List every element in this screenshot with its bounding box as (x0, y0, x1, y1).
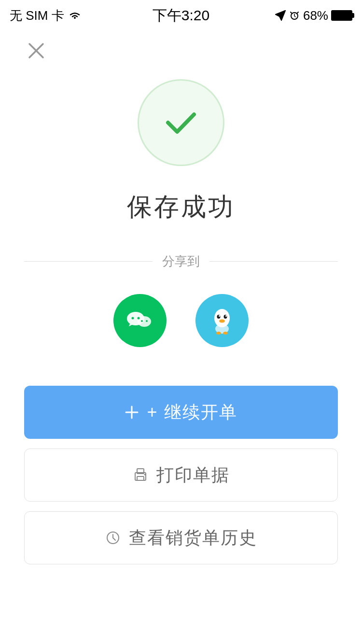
check-icon (159, 101, 203, 144)
battery-icon (331, 10, 352, 21)
qq-share-button[interactable] (195, 294, 249, 347)
no-sim-text: 无 SIM 卡 (10, 7, 64, 24)
close-button[interactable] (24, 39, 48, 63)
print-icon (132, 467, 149, 483)
wechat-share-button[interactable] (113, 294, 167, 347)
svg-point-17 (223, 332, 228, 335)
divider-line-left (24, 261, 153, 262)
share-label: 分享到 (162, 253, 200, 270)
wifi-icon (68, 10, 82, 21)
status-right: 68% (275, 8, 352, 23)
svg-point-14 (219, 320, 225, 323)
qq-icon (207, 306, 237, 336)
alarm-icon (289, 10, 300, 21)
svg-point-6 (138, 317, 140, 320)
continue-button[interactable]: + 继续开单 (24, 386, 338, 439)
close-icon (28, 42, 45, 59)
share-icons-row (113, 294, 249, 347)
svg-point-13 (225, 315, 227, 317)
history-button[interactable]: 查看销货单历史 (24, 511, 338, 564)
svg-point-12 (219, 315, 220, 317)
status-time: 下午3:20 (153, 6, 209, 26)
history-label: 查看销货单历史 (129, 526, 257, 550)
wechat-icon (125, 307, 155, 334)
svg-point-16 (216, 332, 221, 335)
battery-text: 68% (303, 8, 328, 23)
svg-point-5 (132, 317, 134, 320)
continue-label: + 继续开单 (147, 401, 237, 424)
divider-line-right (209, 261, 338, 262)
main-content: 保存成功 分享到 (0, 31, 362, 584)
success-circle (138, 79, 224, 166)
plus-icon (125, 405, 139, 420)
svg-point-8 (146, 320, 148, 322)
share-divider: 分享到 (24, 253, 338, 270)
status-left: 无 SIM 卡 (10, 7, 82, 24)
svg-point-23 (144, 474, 146, 476)
status-bar: 无 SIM 卡 下午3:20 68% (0, 0, 362, 31)
svg-point-7 (141, 320, 143, 322)
action-buttons: + 继续开单 打印单据 查看销货单历史 (24, 386, 338, 564)
print-label: 打印单据 (156, 463, 230, 487)
history-icon (105, 530, 121, 546)
success-title: 保存成功 (127, 190, 235, 224)
print-button[interactable]: 打印单据 (24, 448, 338, 502)
svg-rect-22 (137, 476, 144, 480)
location-icon (275, 10, 286, 21)
